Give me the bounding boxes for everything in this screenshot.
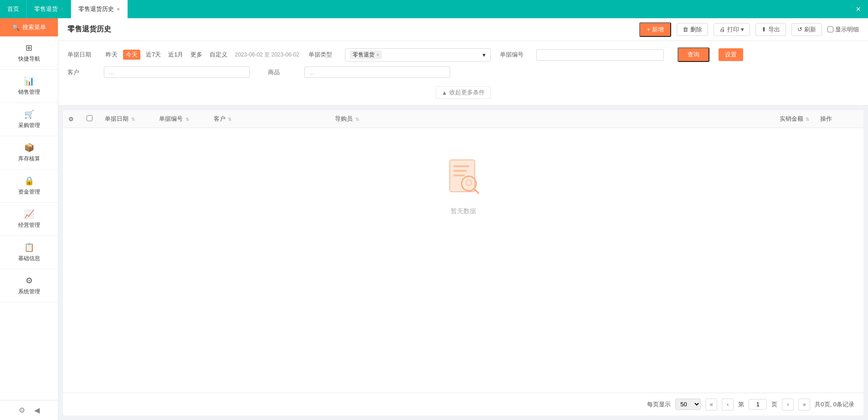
date-sort-icon[interactable]: ⇅ <box>131 117 135 122</box>
prev-page-icon: ‹ <box>727 401 729 408</box>
system-icon: ⚙ <box>24 276 34 286</box>
finance-icon: 🔒 <box>24 176 34 186</box>
print-button[interactable]: 🖨 打印 ▾ <box>714 23 750 36</box>
sidebar-item-operations[interactable]: 📈 经营管理 <box>0 203 58 236</box>
new-button[interactable]: + 新增 <box>639 22 671 37</box>
th-customer-label: 客户 <box>214 115 226 122</box>
export-label: 导出 <box>768 26 780 34</box>
voucher-type-tag-remove[interactable]: × <box>376 52 379 57</box>
settings-filter-button[interactable]: 设置 <box>719 48 743 61</box>
guide-sort-icon[interactable]: ⇅ <box>355 117 359 122</box>
sidebar-menu: ⊞ 快捷导航 📊 销售管理 🛒 采购管理 📦 库存核算 🔒 资金管理 📈 <box>0 36 58 400</box>
tab-retail-return-history-close[interactable]: × <box>117 6 119 12</box>
tab-retail-return[interactable]: 零售退货 × <box>27 0 71 18</box>
date-opt-7days[interactable]: 近7天 <box>144 50 163 60</box>
main-table: ⚙ 单据日期 ⇅ 单据编号 ⇅ <box>63 110 863 128</box>
filter-row-1: 单据日期 昨天 今天 近7天 近1月 更多 自定义 2023-06-02 至 2… <box>67 47 859 62</box>
customer-select[interactable]: ... <box>104 67 250 78</box>
filter-row-2: 客户 ... 商品 ... <box>67 67 859 78</box>
date-filter-label: 单据日期 <box>67 51 95 59</box>
amount-sort-icon[interactable]: ⇅ <box>806 117 809 122</box>
sidebar-item-base-info[interactable]: 📋 基础信息 <box>0 236 58 269</box>
jump-label: 第 <box>738 400 744 409</box>
page-title: 零售退货历史 <box>67 25 111 34</box>
new-label: 新增 <box>652 26 664 34</box>
table-header-row: ⚙ 单据日期 ⇅ 单据编号 ⇅ <box>63 110 863 128</box>
pagination-next-button[interactable]: › <box>782 399 794 410</box>
date-opt-1month[interactable]: 近1月 <box>166 50 185 60</box>
sidebar: 🔍 搜索菜单 ⊞ 快捷导航 📊 销售管理 🛒 采购管理 📦 库存核算 🔒 <box>0 18 58 420</box>
empty-state: 暂无数据 <box>63 128 863 243</box>
tab-retail-return-close[interactable]: × <box>61 6 63 12</box>
no-sort-icon[interactable]: ⇅ <box>185 117 189 122</box>
date-opt-yesterday[interactable]: 昨天 <box>104 50 119 60</box>
delete-button[interactable]: 🗑 删除 <box>677 23 708 36</box>
query-button[interactable]: 查询 <box>678 47 709 62</box>
select-all-checkbox[interactable] <box>87 115 92 121</box>
voucher-type-tag: 零售退货 × <box>350 51 382 59</box>
display-detail-toggle[interactable]: 显示明细 <box>827 26 859 34</box>
tab-retail-return-history[interactable]: 零售退货历史 × <box>71 0 127 18</box>
pagination-first-button[interactable]: « <box>705 399 717 410</box>
voucher-type-select[interactable]: 零售退货 × ▾ <box>345 48 491 61</box>
th-actions-label: 操作 <box>820 115 832 122</box>
sidebar-item-quick-nav-label: 快捷导航 <box>18 55 40 63</box>
goods-filter-label: 商品 <box>268 68 295 77</box>
collapse-sidebar-icon[interactable]: ◀ <box>34 406 40 415</box>
per-page-select[interactable]: 50 10 20 100 <box>675 399 701 410</box>
voucher-no-label: 单据编号 <box>500 51 527 59</box>
sidebar-item-inventory[interactable]: 📦 库存核算 <box>0 136 58 169</box>
pagination-last-button[interactable]: » <box>798 399 810 410</box>
tab-home[interactable]: 首页 <box>0 0 27 18</box>
date-options: 昨天 今天 近7天 近1月 更多 自定义 2023-06-02 至 2023-0… <box>104 50 299 60</box>
th-checkbox[interactable] <box>81 110 99 128</box>
svg-rect-3 <box>453 174 465 176</box>
content-area: 零售退货历史 + 新增 🗑 删除 🖨 打印 ▾ ⬆ 导出 <box>58 18 868 420</box>
voucher-type-tag-label: 零售退货 <box>353 51 375 59</box>
customer-filter-label: 客户 <box>67 68 95 77</box>
sidebar-item-system-mgmt[interactable]: ⚙ 系统管理 <box>0 269 58 302</box>
export-icon: ⬆ <box>761 26 766 33</box>
total-pages-label: 共0页, 0条记录 <box>815 400 854 409</box>
display-detail-checkbox[interactable] <box>827 26 833 32</box>
empty-text: 暂无数据 <box>451 207 476 215</box>
tab-list: 首页 零售退货 × 零售退货历史 × <box>0 0 848 18</box>
sidebar-item-operations-label: 经营管理 <box>18 221 40 229</box>
base-info-icon: 📋 <box>24 242 34 252</box>
settings-bottom-icon[interactable]: ⚙ <box>19 406 25 415</box>
sidebar-bottom: ⚙ ◀ <box>0 400 58 420</box>
sidebar-search-label: 搜索菜单 <box>22 23 46 31</box>
purchase-icon: 🛒 <box>24 109 34 119</box>
sidebar-search[interactable]: 🔍 搜索菜单 <box>0 18 58 36</box>
pagination-prev-button[interactable]: ‹ <box>722 399 734 410</box>
next-page-icon: › <box>787 401 789 408</box>
query-label: 查询 <box>688 51 699 59</box>
sidebar-item-system-label: 系统管理 <box>18 288 40 296</box>
sidebar-item-finance[interactable]: 🔒 资金管理 <box>0 169 58 203</box>
main-layout: 🔍 搜索菜单 ⊞ 快捷导航 📊 销售管理 🛒 采购管理 📦 库存核算 🔒 <box>0 18 868 420</box>
delete-icon: 🗑 <box>683 26 688 33</box>
quick-nav-icon: ⊞ <box>24 43 34 53</box>
sidebar-item-sales-mgmt[interactable]: 📊 销售管理 <box>0 70 58 103</box>
export-button[interactable]: ⬆ 导出 <box>755 23 786 36</box>
date-opt-today[interactable]: 今天 <box>123 50 140 60</box>
goods-select[interactable]: ... <box>304 67 450 78</box>
table-settings-icon[interactable]: ⚙ <box>68 116 74 123</box>
th-date: 单据日期 ⇅ <box>99 110 154 128</box>
th-settings[interactable]: ⚙ <box>63 110 81 128</box>
page-number-input[interactable] <box>749 399 767 410</box>
collapse-icon: ▲ <box>442 89 447 96</box>
per-page-label: 每页显示 <box>647 400 671 409</box>
sidebar-item-purchase-mgmt[interactable]: 🛒 采购管理 <box>0 103 58 136</box>
window-close-button[interactable]: × <box>848 5 868 14</box>
date-opt-custom[interactable]: 自定义 <box>208 50 229 60</box>
sidebar-item-quick-nav[interactable]: ⊞ 快捷导航 <box>0 36 58 70</box>
refresh-button[interactable]: ↺ 刷新 <box>791 23 822 36</box>
customer-sort-icon[interactable]: ⇅ <box>228 117 231 122</box>
collapse-filter-button[interactable]: ▲ 收起更多条件 <box>436 86 491 99</box>
goods-ellipsis: ... <box>309 69 314 76</box>
voucher-no-input[interactable] <box>536 49 664 61</box>
collapse-label: 收起更多条件 <box>449 88 485 97</box>
date-opt-more[interactable]: 更多 <box>189 50 204 60</box>
svg-rect-2 <box>453 170 467 172</box>
